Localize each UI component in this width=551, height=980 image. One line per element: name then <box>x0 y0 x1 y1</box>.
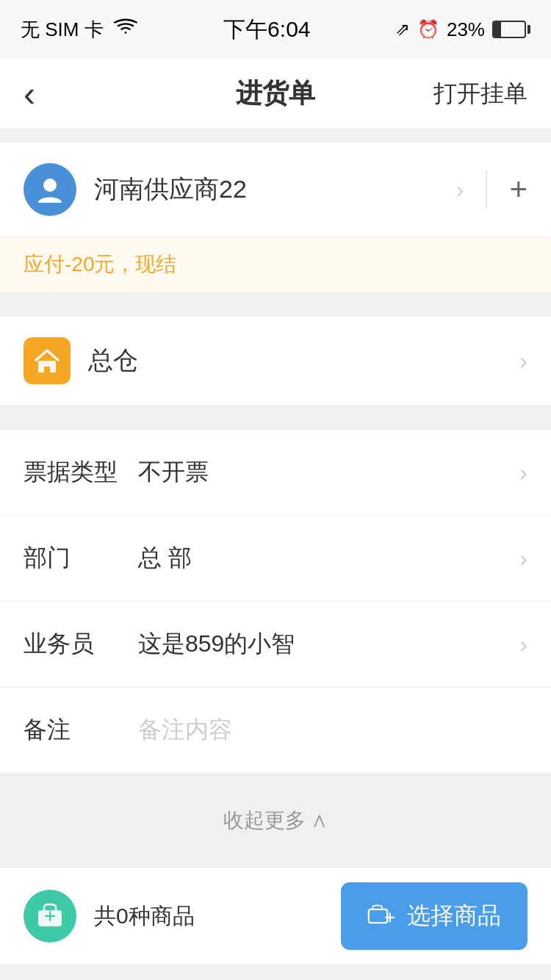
battery-pct: 23% <box>447 18 485 41</box>
warehouse-row[interactable]: 总仓 › <box>0 317 551 417</box>
warehouse-icon <box>24 337 71 384</box>
remark-row[interactable]: 备注 备注内容 <box>0 688 551 773</box>
open-pending-button[interactable]: 打开挂单 <box>433 78 527 110</box>
battery-icon <box>492 21 530 38</box>
notice-row: 应付-20元，现结 <box>0 237 551 303</box>
carrier-label: 无 SIM 卡 <box>21 17 104 43</box>
dept-value: 总 部 <box>126 542 519 574</box>
select-product-button[interactable]: 选择商品 <box>341 882 527 950</box>
supplier-avatar <box>24 163 76 216</box>
svg-rect-4 <box>369 909 387 923</box>
svg-rect-2 <box>44 367 50 372</box>
sales-value: 这是859的小智 <box>126 628 519 660</box>
location-icon: ⇗ <box>395 19 410 40</box>
alarm-icon: ⏰ <box>417 19 439 40</box>
status-right: ⇗ ⏰ 23% <box>395 18 530 41</box>
svg-point-0 <box>43 179 57 192</box>
remark-label: 备注 <box>24 714 126 746</box>
back-button[interactable]: ‹ <box>24 73 68 114</box>
status-left: 无 SIM 卡 <box>21 17 139 43</box>
supplier-row[interactable]: 河南供应商22 › + <box>0 143 551 237</box>
ticket-type-value: 不开票 <box>126 456 519 489</box>
page-background <box>0 965 551 980</box>
notice-text: 应付-20元，现结 <box>24 253 176 275</box>
status-bar: 无 SIM 卡 下午6:04 ⇗ ⏰ 23% <box>0 0 551 59</box>
dept-row[interactable]: 部门 总 部 › <box>0 516 551 602</box>
form-card: 票据类型 不开票 › 部门 总 部 › 业务员 这是859的小智 › 备注 备注… <box>0 430 551 773</box>
dept-chevron-icon: › <box>519 545 527 572</box>
add-supplier-button[interactable]: + <box>509 172 527 207</box>
wifi-icon <box>112 18 139 42</box>
sales-row[interactable]: 业务员 这是859的小智 › <box>0 602 551 688</box>
ticket-type-chevron-icon: › <box>519 459 527 486</box>
supplier-name: 河南供应商22 <box>94 173 456 206</box>
supplier-card: 河南供应商22 › + 应付-20元，现结 <box>0 143 551 303</box>
warehouse-card: 总仓 › <box>0 317 551 417</box>
sales-chevron-icon: › <box>519 631 527 658</box>
status-time: 下午6:04 <box>223 15 310 45</box>
page-title: 进货单 <box>236 76 315 112</box>
sales-label: 业务员 <box>24 628 126 660</box>
supplier-chevron-icon: › <box>456 176 464 203</box>
supplier-divider <box>486 171 487 208</box>
select-product-label: 选择商品 <box>407 900 501 932</box>
ticket-type-row[interactable]: 票据类型 不开票 › <box>0 430 551 516</box>
remark-input[interactable]: 备注内容 <box>126 714 527 746</box>
bottom-bar: 共0种商品 选择商品 <box>0 867 551 965</box>
collapse-row[interactable]: 收起更多 ∧ <box>0 786 551 867</box>
product-icon <box>24 890 76 943</box>
warehouse-name: 总仓 <box>88 344 519 378</box>
ticket-type-label: 票据类型 <box>24 456 126 489</box>
dept-label: 部门 <box>24 542 126 574</box>
warehouse-chevron-icon: › <box>519 347 527 375</box>
collapse-label: 收起更多 ∧ <box>223 809 328 832</box>
nav-bar: ‹ 进货单 打开挂单 <box>0 59 551 129</box>
product-count: 共0种商品 <box>94 901 341 932</box>
